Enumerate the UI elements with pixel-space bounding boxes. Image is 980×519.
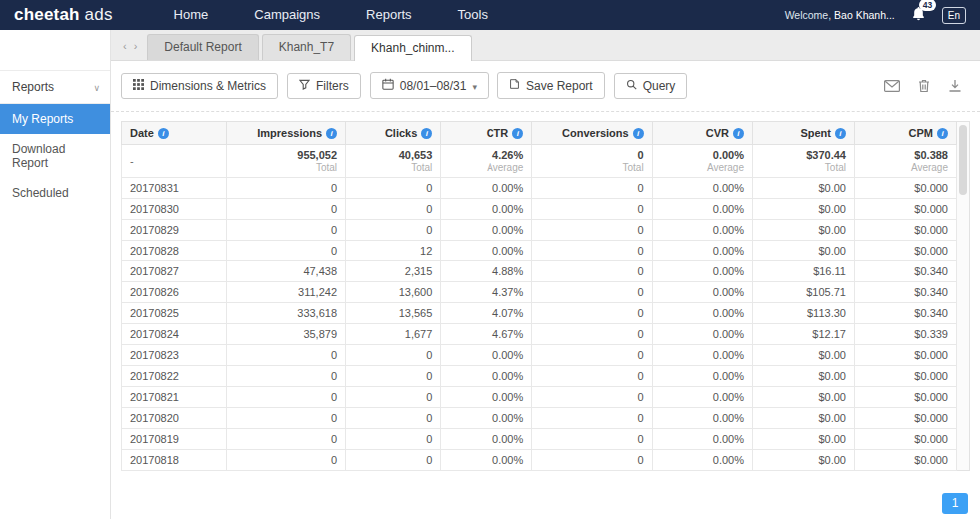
brand-bold: cheetah [14,5,80,24]
cell-impressions: 0 [227,220,346,241]
summary-ctr-cell: 4.26%Average [441,145,532,178]
cell-date: 20170827 [122,261,227,282]
cell-cpm: $0.340 [854,261,956,282]
cell-clicks: 0 [346,450,441,471]
brand-light: ads [80,5,113,24]
col-header-ctr[interactable]: CTR [441,122,532,145]
welcome-text[interactable]: Welcome, Bao Khanh... [785,9,895,21]
filter-icon [299,79,310,93]
sidebar: Reports My Reports Download Report Sched… [0,30,111,519]
cell-cvr: 0.00% [652,220,752,241]
calendar-icon [382,78,394,93]
table-row: 20170828 0 12 0.00% 0 0.00% $0.00 $0.000 [122,241,957,261]
cell-clicks: 1,677 [346,324,441,345]
sidebar-item-my-reports[interactable]: My Reports [0,104,110,134]
info-icon[interactable] [835,128,846,139]
cell-conversions: 0 [532,345,652,366]
summary-sublabel: Average [449,162,523,173]
info-icon[interactable] [512,128,523,139]
cell-cvr: 0.00% [652,261,752,282]
table-row: 20170819 0 0 0.00% 0 0.00% $0.00 $0.000 [122,429,957,450]
info-icon[interactable] [158,128,169,139]
col-header-conversions[interactable]: Conversions [532,122,652,145]
nav-item-reports[interactable]: Reports [343,0,435,30]
table-row: 20170829 0 0 0.00% 0 0.00% $0.00 $0.000 [122,220,957,241]
cell-impressions: 0 [227,241,346,261]
cell-date: 20170821 [122,387,227,408]
cell-conversions: 0 [532,408,652,429]
dimensions-metrics-button[interactable]: Dimensions & Metrics [121,73,278,99]
cell-cvr: 0.00% [652,429,752,450]
col-header-date[interactable]: Date [122,122,227,145]
trash-icon[interactable] [918,79,930,93]
cell-conversions: 0 [532,282,652,303]
table-row: 20170824 35,879 1,677 4.67% 0 0.00% $12.… [122,324,957,345]
info-icon[interactable] [733,128,744,139]
info-icon[interactable] [421,128,432,139]
cell-spent: $0.00 [752,387,854,408]
download-icon[interactable] [948,79,962,93]
nav-item-tools[interactable]: Tools [435,0,510,30]
info-icon[interactable] [633,128,644,139]
summary-sublabel: Total [540,162,643,173]
cell-impressions: 333,618 [227,303,346,324]
sidebar-item-download-report[interactable]: Download Report [0,134,110,178]
cell-cvr: 0.00% [652,366,752,387]
notifications-button[interactable]: 43 [911,6,926,25]
nav-item-campaigns[interactable]: Campaigns [231,0,343,30]
summary-row: - 955,052Total 40,653Total 4.26%Average … [122,145,957,178]
summary-cpm-cell: $0.388Average [854,145,956,178]
language-selector[interactable]: En [942,7,966,24]
cell-spent: $0.00 [752,408,854,429]
summary-value: 40,653 [354,149,432,161]
col-header-clicks[interactable]: Clicks [346,122,441,145]
cell-clicks: 0 [346,429,441,450]
top-navbar: cheetah ads Home Campaigns Reports Tools… [0,0,980,30]
cell-ctr: 0.00% [441,450,532,471]
query-button[interactable]: Query [614,73,688,99]
cell-clicks: 13,565 [346,303,441,324]
table-scrollbar[interactable] [957,121,970,471]
tab-default-report[interactable]: Default Report [147,34,258,60]
summary-impressions-cell: 955,052Total [227,145,346,178]
col-header-spent[interactable]: Spent [752,122,854,145]
info-icon[interactable] [937,128,948,139]
summary-clicks-cell: 40,653Total [346,145,441,178]
nav-item-home[interactable]: Home [151,0,232,30]
brand-logo[interactable]: cheetah ads [0,5,129,25]
save-report-button[interactable]: Save Report [497,72,605,99]
summary-value: 0.00% [661,149,744,161]
info-icon[interactable] [326,128,337,139]
table-row: 20170822 0 0 0.00% 0 0.00% $0.00 $0.000 [122,366,957,387]
cell-spent: $0.00 [752,178,854,199]
col-header-cvr[interactable]: CVR [652,122,752,145]
nav-menu: Home Campaigns Reports Tools [151,0,510,30]
tab-khanh-chinm[interactable]: Khanh_chinm... [354,35,471,61]
col-header-cpm[interactable]: CPM [854,122,956,145]
cell-cvr: 0.00% [652,282,752,303]
filters-button[interactable]: Filters [287,73,361,99]
cell-clicks: 0 [346,199,441,220]
cell-impressions: 0 [227,178,346,199]
cell-impressions: 47,438 [227,261,346,282]
tab-scroll-right-icon[interactable]: › [132,41,140,52]
cell-cvr: 0.00% [652,345,752,366]
cell-cvr: 0.00% [652,450,752,471]
scrollbar-thumb[interactable] [959,125,967,195]
tab-khanh-t7[interactable]: Khanh_T7 [262,34,351,60]
chevron-down-icon [472,79,477,93]
cell-cpm: $0.339 [854,324,956,345]
cell-spent: $0.00 [752,450,854,471]
cell-ctr: 0.00% [441,345,532,366]
cell-cpm: $0.000 [854,366,956,387]
sidebar-group-reports[interactable]: Reports [0,70,110,104]
sidebar-item-scheduled[interactable]: Scheduled [0,178,110,208]
page-1-button[interactable]: 1 [942,493,968,514]
daterange-button[interactable]: 08/01–08/31 [370,72,489,99]
tab-scroll-left-icon[interactable]: ‹ [121,41,129,52]
cell-date: 20170826 [122,282,227,303]
col-header-impressions[interactable]: Impressions [227,122,346,145]
summary-conversions-cell: 0Total [532,145,652,178]
cell-clicks: 0 [346,345,441,366]
email-icon[interactable] [884,80,900,92]
